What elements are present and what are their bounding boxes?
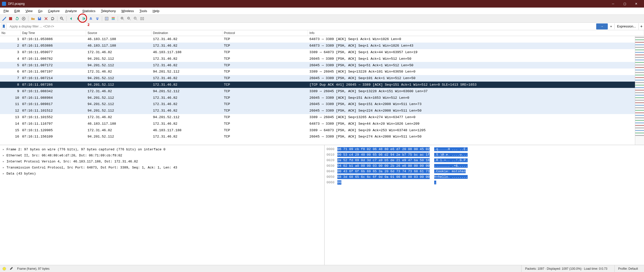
- filter-bar: → ▾ Expression... +: [0, 23, 644, 30]
- bookmark-icon[interactable]: [1, 24, 7, 29]
- packet-row[interactable]: 507:16:11.08717294.201.52.112172.31.46.8…: [0, 62, 635, 69]
- svg-rect-6: [83, 17, 83, 20]
- col-info[interactable]: Info: [308, 30, 644, 36]
- titlebar: DP2.pcapng ─ ▢ ✕: [0, 0, 644, 8]
- zoom-out-icon[interactable]: [127, 16, 132, 21]
- packet-row[interactable]: 907:16:11.088342172.31.46.8294.201.52.11…: [0, 88, 635, 94]
- menubar: FileEditViewGoCaptureAnalyzeStatisticsTe…: [0, 8, 644, 15]
- svg-point-2: [23, 18, 24, 19]
- restart-capture-icon[interactable]: [15, 16, 20, 21]
- go-back-icon[interactable]: [69, 16, 74, 21]
- packet-row[interactable]: 1007:16:11.08898494.201.52.112172.31.46.…: [0, 94, 635, 101]
- packet-row[interactable]: 1407:16:11.11679746.183.117.188172.31.46…: [0, 120, 635, 127]
- window-title: DP2.pcapng: [8, 2, 25, 6]
- svg-rect-16: [141, 17, 142, 20]
- column-headers: No Day Time Source Destination Protocol …: [0, 30, 644, 36]
- svg-rect-0: [9, 17, 12, 20]
- expert-info-icon[interactable]: [3, 267, 6, 270]
- col-destination[interactable]: Destination: [151, 30, 222, 36]
- menu-view[interactable]: View: [23, 8, 35, 14]
- menu-file[interactable]: File: [1, 8, 11, 14]
- edit-icon[interactable]: [10, 266, 14, 271]
- start-capture-icon[interactable]: [2, 16, 7, 21]
- col-time[interactable]: Day Time: [21, 30, 86, 36]
- hex-bytes: 06 71 09 cb f8 02 06 48 80 e6 d7 20 08 0…: [337, 147, 430, 263]
- svg-point-15: [134, 17, 136, 19]
- go-first-icon[interactable]: [88, 16, 93, 21]
- filter-history-dropdown[interactable]: ▾: [609, 23, 613, 29]
- colorize-icon[interactable]: [111, 16, 116, 21]
- svg-rect-12: [112, 19, 115, 20]
- detail-item[interactable]: Frame 2: 97 bytes on wire (776 bits), 97…: [3, 147, 322, 153]
- resize-columns-icon[interactable]: [140, 16, 145, 21]
- autoscroll-icon[interactable]: [104, 16, 109, 21]
- zoom-reset-icon[interactable]: [133, 16, 138, 21]
- svg-rect-17: [143, 17, 144, 20]
- svg-rect-10: [112, 17, 115, 18]
- statusbar: Frame (frame), 97 bytes Packets: 1097 · …: [0, 265, 644, 272]
- packet-row[interactable]: 707:16:11.08721494.201.52.112172.31.46.8…: [0, 75, 635, 82]
- svg-rect-8: [96, 18, 99, 18]
- detail-item[interactable]: Ethernet II, Src: 06:48:80:e6:d7:20, Dst…: [3, 153, 322, 159]
- status-counts: Packets: 1097 · Displayed: 1097 (100.0%)…: [521, 265, 611, 272]
- close-button[interactable]: ✕: [630, 0, 642, 8]
- open-icon[interactable]: [30, 16, 35, 21]
- packet-row[interactable]: 1207:16:11.10151294.201.52.112172.31.46.…: [0, 108, 635, 114]
- packet-details[interactable]: Frame 2: 97 bytes on wire (776 bits), 97…: [0, 145, 325, 265]
- zoom-in-icon[interactable]: [120, 16, 125, 21]
- menu-edit[interactable]: Edit: [12, 8, 22, 14]
- menu-analyze[interactable]: Analyze: [63, 8, 79, 14]
- toolbar: 2: [0, 15, 644, 23]
- hex-offsets: 0000001000200030004000500060: [327, 147, 337, 263]
- status-profile[interactable]: Profile: Default: [614, 265, 641, 272]
- jump-to-icon[interactable]: [82, 16, 87, 21]
- packet-row[interactable]: 1607:16:11.15610994.201.52.112172.31.46.…: [0, 133, 635, 140]
- add-filter-button[interactable]: +: [638, 23, 644, 30]
- svg-point-5: [60, 17, 62, 19]
- menu-help[interactable]: Help: [150, 8, 162, 14]
- app-icon: [2, 2, 6, 6]
- go-last-icon[interactable]: [95, 16, 100, 21]
- menu-telephony[interactable]: Telephony: [98, 8, 118, 14]
- options-icon[interactable]: [21, 16, 26, 21]
- hex-dump[interactable]: 0000001000200030004000500060 06 71 09 cb…: [325, 145, 644, 265]
- packet-row[interactable]: 1507:16:11.120985172.31.46.8246.183.117.…: [0, 127, 635, 133]
- status-frame: Frame (frame), 97 bytes: [17, 267, 50, 270]
- menu-statistics[interactable]: Statistics: [80, 8, 98, 14]
- col-protocol[interactable]: Protocol: [222, 30, 308, 36]
- save-icon[interactable]: [37, 16, 42, 21]
- menu-tools[interactable]: Tools: [137, 8, 149, 14]
- detail-item[interactable]: Data (43 bytes): [3, 171, 322, 177]
- packet-row[interactable]: 807:16:11.08728694.201.52.112172.31.46.8…: [0, 82, 635, 88]
- reload-icon[interactable]: [50, 16, 55, 21]
- expression-button[interactable]: Expression...: [614, 23, 638, 29]
- apply-filter-button[interactable]: →: [596, 23, 608, 29]
- packet-row[interactable]: 207:16:11.05388646.183.117.188172.31.46.…: [0, 43, 635, 49]
- packet-row[interactable]: 607:16:11.087197172.31.46.8294.201.52.11…: [0, 69, 635, 75]
- packet-minimap[interactable]: [635, 36, 644, 145]
- close-file-icon[interactable]: [44, 16, 49, 21]
- packet-row[interactable]: 1307:16:11.101552172.31.46.8294.201.52.1…: [0, 114, 635, 121]
- menu-wireless[interactable]: Wireless: [119, 8, 137, 14]
- svg-rect-7: [90, 19, 92, 20]
- col-no[interactable]: No: [0, 30, 21, 36]
- detail-item[interactable]: Transmission Control Protocol, Src Port:…: [3, 165, 322, 171]
- col-source[interactable]: Source: [86, 30, 151, 36]
- find-icon[interactable]: [59, 16, 64, 21]
- hex-ascii: .q.....H ... ..E..S.)@.e. ....u....R.i.=…: [434, 147, 468, 263]
- detail-item[interactable]: Internet Protocol Version 4, Src: 46.183…: [3, 159, 322, 165]
- stop-capture-icon[interactable]: [8, 16, 13, 21]
- menu-go[interactable]: Go: [35, 8, 45, 14]
- packet-row[interactable]: 107:16:11.05388646.183.117.188172.31.46.…: [0, 36, 635, 43]
- display-filter-input[interactable]: [8, 23, 596, 29]
- svg-rect-4: [39, 17, 40, 18]
- packet-list[interactable]: 107:16:11.05388646.183.117.188172.31.46.…: [0, 36, 635, 145]
- packet-row[interactable]: 1107:16:11.08981794.201.52.112172.31.46.…: [0, 101, 635, 108]
- svg-rect-11: [112, 18, 115, 19]
- menu-capture[interactable]: Capture: [46, 8, 62, 14]
- minimize-button[interactable]: ─: [607, 0, 619, 8]
- go-forward-icon[interactable]: [75, 16, 80, 21]
- packet-row[interactable]: 407:16:11.08678294.201.52.112172.31.46.8…: [0, 55, 635, 62]
- packet-row[interactable]: 307:16:11.059077172.31.46.8246.183.117.1…: [0, 49, 635, 56]
- maximize-button[interactable]: ▢: [619, 0, 630, 8]
